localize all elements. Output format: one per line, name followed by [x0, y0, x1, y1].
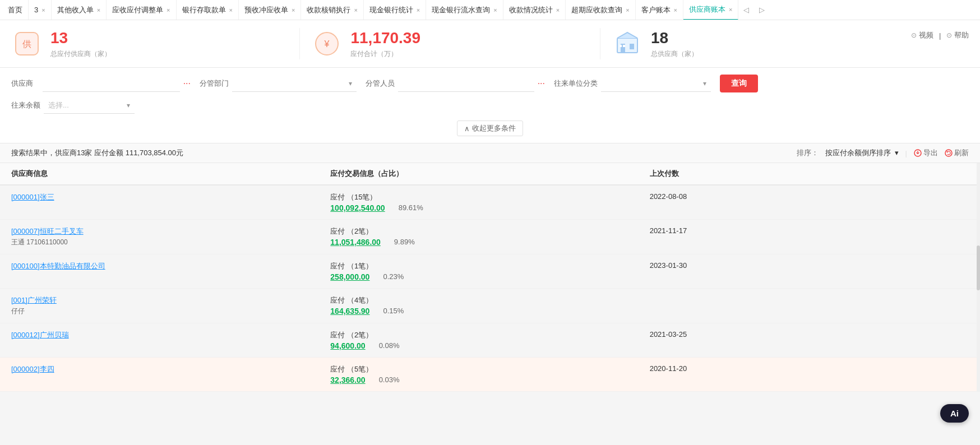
close-icon[interactable]: × [556, 7, 560, 13]
supplier-link-5[interactable]: [000002]李四 [11, 364, 330, 374]
filter-row-1: 供应商 ··· 分管部门 ▾ 分管人员 ··· 往来单位分类 ▾ 查询 [11, 75, 969, 92]
nav-ar-ap-adjust[interactable]: 应收应付调整单 × [107, 0, 176, 20]
payable-cell-2: 应付 （1笔） 258,000.00 0.23% [330, 261, 649, 281]
payable-amount-link-4[interactable]: 94,600.00 [330, 341, 365, 350]
collapse-row: ∧ 收起更多条件 [11, 118, 969, 138]
supplier-link-4[interactable]: [000012]广州贝瑞 [11, 330, 330, 340]
sort-selector[interactable]: 按应付余额倒序排序 ▾ [825, 148, 899, 158]
close-icon[interactable]: × [354, 7, 357, 13]
close-icon[interactable]: × [729, 6, 732, 13]
svg-text:¥: ¥ [324, 39, 330, 49]
payable-amount-link-1[interactable]: 11,051,486.00 [330, 238, 381, 247]
payable-amount-link-5[interactable]: 32,366.00 [330, 376, 365, 384]
result-info: 搜索结果中，供应商13家 应付金额 111,703,854.00元 [11, 148, 183, 158]
video-link[interactable]: ⊙ 视频 [911, 30, 933, 40]
col-payable-info: 应付交易信息（占比） [330, 169, 649, 179]
close-icon[interactable]: × [41, 7, 45, 13]
payable-cell-0: 应付 （15笔） 100,092,540.00 89.61% [330, 192, 649, 212]
nav-customer-ledger[interactable]: 客户账本 × [636, 0, 683, 20]
supplier-ap-icon: 供 [11, 28, 43, 59]
supplier-link-2[interactable]: [000100]本特勤油品有限公司 [11, 261, 330, 271]
svg-rect-7 [620, 45, 622, 47]
supplier-cell-0: [000001]张三 [11, 192, 330, 202]
filter-dept: 分管部门 ▾ [200, 75, 357, 92]
category-filter-select[interactable]: ▾ [601, 75, 711, 92]
summary-bar: 供 13 总应付供应商（家） ¥ 11,170.39 应付合计（万） [0, 20, 980, 68]
refresh-button[interactable]: 刷新 [945, 148, 969, 158]
help-link[interactable]: ⊙ 帮助 [946, 30, 969, 40]
close-icon[interactable]: × [292, 7, 295, 13]
nav-payment-stats[interactable]: 收款情况统计 × [503, 0, 566, 20]
search-button[interactable]: 查询 [720, 75, 758, 92]
nav-cash-bank-stats[interactable]: 现金银行统计 × [364, 0, 426, 20]
supplier-link-0[interactable]: [000001]张三 [11, 192, 330, 202]
summary-card-total-supplier: 18 总供应商（家） [612, 28, 900, 59]
nav-supplier-ledger[interactable]: 供应商账本 × [683, 0, 738, 20]
payable-amount-link-0[interactable]: 100,092,540.00 [330, 203, 385, 212]
supplier-ap-label: 总应付供应商（家） [50, 49, 111, 59]
sort-label: 排序： [797, 148, 819, 158]
refresh-icon [945, 149, 953, 157]
balance-filter-label: 往来余额 [11, 100, 40, 110]
table-row: [000007]恒旺二手叉车 王通 17106110000 应付 （2笔） 11… [0, 220, 980, 254]
payable-cell-3: 应付 （4笔） 164,635.90 0.15% [330, 295, 649, 316]
filter-area: 供应商 ··· 分管部门 ▾ 分管人员 ··· 往来单位分类 ▾ 查询 [0, 68, 980, 143]
summary-card-total-ap: ¥ 11,170.39 应付合计（万） [311, 28, 600, 59]
dept-chevron-icon: ▾ [349, 80, 352, 87]
nav-cash-bank-flow[interactable]: 现金银行流水查询 × [426, 0, 503, 20]
dept-filter-select[interactable]: ▾ [232, 75, 357, 92]
close-icon[interactable]: × [229, 7, 233, 13]
nav-overdue-ar[interactable]: 超期应收款查询 × [566, 0, 635, 20]
table-row: [000100]本特勤油品有限公司 应付 （1笔） 258,000.00 0.2… [0, 254, 980, 289]
supplier-cell-5: [000002]李四 [11, 364, 330, 374]
money-icon: ¥ [311, 28, 343, 59]
person-filter-input[interactable] [398, 75, 534, 92]
export-button[interactable]: 导出 [914, 148, 938, 158]
scrollbar-thumb[interactable] [977, 245, 980, 290]
payable-amount-link-2[interactable]: 258,000.00 [330, 272, 369, 281]
close-icon[interactable]: × [167, 7, 170, 13]
last-pay-cell-2: 2023-01-30 [650, 261, 969, 270]
total-supplier-label: 总供应商（家） [651, 49, 698, 59]
nav-bank-deposit[interactable]: 银行存取款单 × [177, 0, 239, 20]
nav-tab3[interactable]: 3 × [29, 0, 52, 20]
last-pay-cell-1: 2021-11-17 [650, 226, 969, 235]
supplier-link-3[interactable]: [001]广州荣轩 [11, 295, 330, 305]
svg-rect-6 [630, 44, 634, 49]
supplier-filter-input[interactable] [43, 75, 180, 92]
svg-text:供: 供 [22, 39, 31, 49]
supplier-ap-value: 13 [50, 29, 111, 48]
close-icon[interactable]: × [674, 7, 677, 13]
last-pay-cell-5: 2020-11-20 [650, 364, 969, 373]
payable-amount-link-3[interactable]: 164,635.90 [330, 307, 369, 316]
total-ap-label: 应付合计（万） [350, 49, 420, 59]
table-row: [000012]广州贝瑞 应付 （2笔） 94,600.00 0.08% 202… [0, 323, 980, 358]
nav-home[interactable]: 首页 [2, 0, 29, 20]
balance-chevron-icon: ▾ [127, 101, 130, 109]
nav-next-arrow[interactable]: ▷ [754, 0, 770, 20]
supplier-cell-3: [001]广州荣轩 仔仔 [11, 295, 330, 316]
scrollbar-track [977, 163, 980, 392]
filter-balance: 往来余额 选择... ▾ [11, 97, 135, 114]
balance-filter-select[interactable]: 选择... ▾ [44, 97, 135, 114]
supplier-link-1[interactable]: [000007]恒旺二手叉车 [11, 226, 330, 237]
person-ellipsis-icon[interactable]: ··· [538, 78, 545, 89]
nav-other-income[interactable]: 其他收入单 × [52, 0, 107, 20]
collapse-button[interactable]: ∧ 收起更多条件 [457, 120, 523, 136]
supplier-ellipsis-icon[interactable]: ··· [183, 78, 191, 89]
close-icon[interactable]: × [626, 7, 629, 13]
supplier-table: 供应商信息 应付交易信息（占比） 上次付数 [000001]张三 应付 （15笔… [0, 163, 980, 392]
close-icon[interactable]: × [493, 7, 497, 13]
payable-cell-4: 应付 （2笔） 94,600.00 0.08% [330, 330, 649, 350]
summary-info-supplier-ap: 13 总应付供应商（家） [50, 29, 111, 59]
nav-payment-verify[interactable]: 收款核销执行 × [301, 0, 363, 20]
dept-filter-label: 分管部门 [200, 78, 229, 89]
ai-button[interactable]: Ai [940, 404, 969, 423]
payable-cell-5: 应付 （5笔） 32,366.00 0.03% [330, 364, 649, 384]
nav-prev-arrow[interactable]: ◁ [738, 0, 754, 20]
filter-supplier: 供应商 ··· [11, 75, 191, 92]
close-icon[interactable]: × [417, 7, 420, 13]
nav-advance-ar[interactable]: 预收冲应收单 × [239, 0, 301, 20]
close-icon[interactable]: × [97, 7, 100, 13]
top-navigation: 首页 3 × 其他收入单 × 应收应付调整单 × 银行存取款单 × 预收冲应收单… [0, 0, 980, 20]
